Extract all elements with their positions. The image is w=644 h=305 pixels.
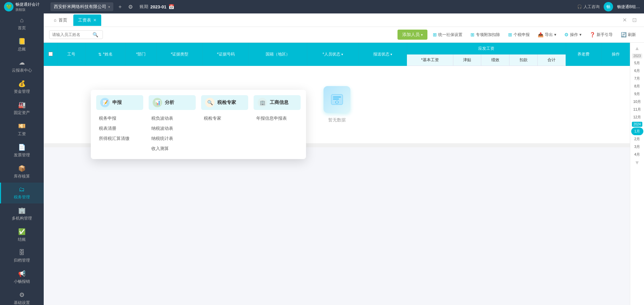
- timeline-month-3[interactable]: 3月: [631, 143, 643, 151]
- timeline-month-10[interactable]: 10月: [631, 98, 643, 106]
- timeline-year-2024: 2024: [632, 122, 642, 127]
- home-tab-icon: ⌂: [54, 17, 56, 23]
- timeline-month-7[interactable]: 7月: [631, 75, 643, 82]
- timeline-month-4[interactable]: 4月: [631, 151, 643, 158]
- timeline-down-button[interactable]: ▼: [633, 158, 641, 167]
- tab-controls: ✕ ⊡: [620, 16, 639, 24]
- th-operations: 操作: [602, 43, 630, 66]
- sidebar-label-marketing: 小畅报销: [14, 279, 30, 284]
- tax-expert-label: 税检专家: [217, 100, 236, 106]
- sidebar-item-checkout[interactable]: ✅ 结账: [0, 225, 44, 246]
- timeline-month-6[interactable]: 6月: [631, 67, 643, 75]
- timeline-month-12[interactable]: 12月: [631, 113, 643, 121]
- add-person-button[interactable]: 添加人员 ▾: [397, 30, 427, 40]
- sidebar-item-invoice[interactable]: 📄 发票管理: [0, 140, 44, 161]
- select-all-checkbox[interactable]: [48, 52, 53, 56]
- sidebar-item-multi-org[interactable]: 🏢 多机构管理: [0, 203, 44, 225]
- timeline-month-5[interactable]: 5月: [631, 59, 643, 67]
- header-actions: ＋ ⚙: [116, 2, 134, 12]
- inventory-icon: 📦: [18, 165, 26, 172]
- special-deduct-icon: ⊞: [470, 32, 475, 37]
- timeline-up-button[interactable]: ▲: [633, 44, 641, 53]
- action-tax-report[interactable]: ⊞ 个税申报: [505, 31, 532, 39]
- tab-bar: ⌂ 首页 工资表 ✕ ✕ ⊡: [44, 13, 644, 27]
- settings-button[interactable]: ⚙: [127, 2, 134, 11]
- sidebar-item-cloud-report[interactable]: ☁ 云报表中心: [0, 55, 44, 77]
- period-calendar-icon[interactable]: 📅: [168, 4, 174, 9]
- business-info-icon: 🏢: [258, 98, 267, 107]
- timeline-month-8[interactable]: 8月: [631, 82, 643, 90]
- sidebar-item-tax[interactable]: 🗂 税务管理: [0, 183, 44, 203]
- action-refresh[interactable]: 🔄 刷新: [618, 31, 639, 39]
- sidebar-item-fixed-assets[interactable]: 🏭 固定资产: [0, 98, 44, 119]
- guide-toolbar-icon: ❓: [590, 32, 595, 37]
- add-person-dropdown-arrow: ▾: [421, 33, 423, 37]
- operations-label: 操作: [570, 32, 578, 38]
- header-right: 🎧 人工咨询 畅 畅捷通B组…: [577, 2, 640, 11]
- tab-restore-button[interactable]: ⊡: [630, 16, 639, 24]
- sidebar-label-inventory: 库存核算: [14, 174, 30, 179]
- sidebar-label-home: 首页: [18, 25, 26, 31]
- th-department: *部门: [125, 43, 157, 66]
- action-guide[interactable]: ❓ 新手引导: [587, 31, 615, 39]
- export-label: 导出: [545, 32, 553, 38]
- action-special-deduct[interactable]: ⊞ 专项附加扣除: [468, 31, 503, 39]
- sidebar-item-settings[interactable]: ⚙ 基础设置: [0, 288, 44, 305]
- tax-icon: 🗂: [19, 186, 25, 193]
- item-tax-burden-fluctuation[interactable]: 税负波动表: [149, 113, 196, 123]
- action-social-security[interactable]: ⊞ 统一社保设置: [430, 31, 465, 39]
- declaration-label: 申报: [112, 100, 122, 106]
- search-input[interactable]: [52, 32, 92, 37]
- user-name[interactable]: 畅捷通B组…: [617, 4, 640, 10]
- sidebar-label-checkout: 结账: [18, 237, 26, 242]
- svg-rect-1: [333, 97, 341, 98]
- sidebar-label-fund: 资金管理: [14, 89, 30, 94]
- sidebar-label-salary: 工资: [18, 131, 26, 137]
- item-tax-declaration[interactable]: 税务申报: [96, 113, 143, 123]
- declaration-items: 税务申报 税表清册 所得税汇算清缴: [96, 113, 143, 144]
- item-income-tax-settle[interactable]: 所得税汇算清缴: [96, 134, 143, 144]
- popup-category-tax-expert: 🔍 税检专家 税检专家: [201, 95, 248, 154]
- sidebar-item-marketing[interactable]: 📢 小畅报销: [0, 267, 44, 288]
- right-timeline: ▲ 2023 5月 6月 7月 8月 9月 10月 11月 12月 2024 1…: [630, 43, 644, 305]
- tab-close-all-button[interactable]: ✕: [620, 16, 629, 24]
- item-annual-report[interactable]: 年报信息申报表: [254, 113, 301, 123]
- sidebar-item-home[interactable]: ⌂ 首页: [0, 13, 44, 34]
- timeline-month-11[interactable]: 11月: [631, 106, 643, 113]
- action-export[interactable]: 📤 导出 ▾: [535, 31, 559, 39]
- sidebar-item-archive[interactable]: 🗄 归档管理: [0, 246, 44, 267]
- item-tax-table[interactable]: 税表清册: [96, 123, 143, 134]
- sidebar-item-ledger[interactable]: 📒 总账: [0, 34, 44, 55]
- item-tax-statistics[interactable]: 纳税统计表: [149, 134, 196, 144]
- sidebar-label-settings: 基础设置: [14, 300, 30, 305]
- period-value: 2023-01: [150, 4, 166, 9]
- tax-expert-items: 税检专家: [201, 113, 248, 123]
- user-avatar: 畅: [604, 2, 613, 11]
- analysis-label: 分析: [165, 100, 174, 106]
- item-tax-expert[interactable]: 税检专家: [201, 113, 248, 123]
- th-country: 国籍（地区）: [249, 43, 307, 66]
- popup-categories: 📝 申报 税务申报 税表清册 所得税汇算清缴: [96, 95, 301, 154]
- timeline-month-2[interactable]: 2月: [631, 135, 643, 143]
- sort-icon: ⇅: [98, 52, 102, 57]
- add-company-button[interactable]: ＋: [116, 2, 124, 12]
- action-operations[interactable]: ⚙ 操作 ▾: [562, 31, 584, 39]
- company-selector[interactable]: 西安虾米网络科技有限公司 ▾: [50, 2, 113, 11]
- timeline-month-1[interactable]: 1月: [631, 127, 643, 135]
- timeline-year-2023: 2023: [632, 53, 642, 59]
- timeline-month-9[interactable]: 9月: [631, 90, 643, 98]
- tab-close-button[interactable]: ✕: [93, 18, 97, 23]
- home-icon: ⌂: [20, 17, 24, 24]
- fund-icon: 💰: [18, 80, 26, 87]
- declaration-icon: 📝: [100, 98, 110, 107]
- item-tax-fluctuation[interactable]: 纳税波动表: [149, 123, 196, 134]
- sidebar-item-salary[interactable]: 💴 工资: [0, 119, 44, 140]
- item-income-estimate[interactable]: 收入测算: [149, 144, 196, 154]
- service-button[interactable]: 🎧 人工咨询: [577, 4, 600, 10]
- tab-salary-table[interactable]: 工资表 ✕: [73, 14, 101, 26]
- sidebar-item-inventory[interactable]: 📦 库存核算: [0, 161, 44, 183]
- th-base-salary: *基本工资: [407, 54, 453, 66]
- cat-header-business-info: 🏢 工商信息: [254, 95, 301, 110]
- tab-home[interactable]: ⌂ 首页: [49, 14, 72, 26]
- sidebar-item-fund[interactable]: 💰 资金管理: [0, 77, 44, 98]
